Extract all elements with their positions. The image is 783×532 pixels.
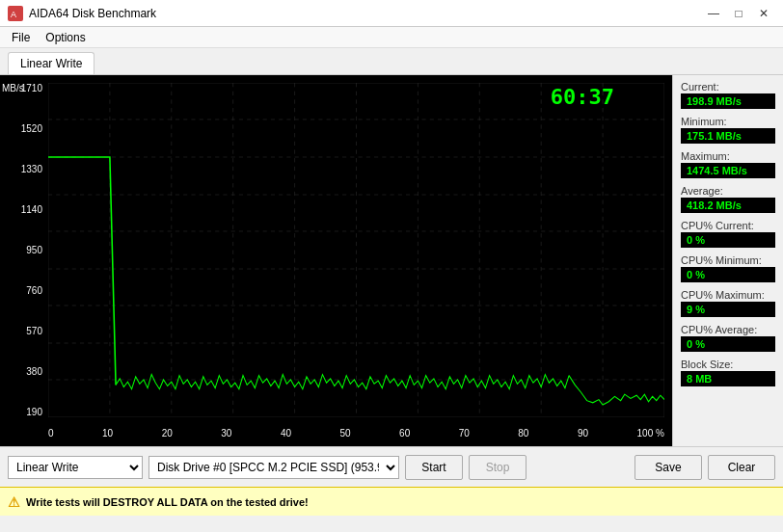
current-label: Current: [681, 81, 775, 93]
maximum-value: 1474.5 MB/s [681, 163, 775, 178]
x-label-40: 40 [281, 428, 291, 439]
y-label-760: 760 [26, 285, 42, 296]
cpu-minimum-value: 0 % [681, 267, 775, 282]
current-value: 198.9 MB/s [681, 93, 775, 109]
minimum-value: 175.1 MB/s [681, 128, 775, 144]
chart-svg [48, 83, 664, 417]
chart-grid [48, 83, 664, 417]
cpu-maximum-label: CPU% Maximum: [681, 289, 775, 301]
chart-area: MB/s 1710 1520 1330 1140 950 760 570 380… [0, 75, 672, 446]
stat-cpu-average: CPU% Average: 0 % [681, 324, 775, 352]
x-label-50: 50 [339, 428, 350, 439]
y-label-950: 950 [26, 245, 42, 255]
stat-maximum: Maximum: 1474.5 MB/s [681, 150, 775, 178]
close-button[interactable]: ✕ [752, 5, 775, 22]
stat-cpu-current: CPU% Current: 0 % [681, 220, 775, 248]
bottom-controls: Linear WriteLinear ReadRandom WriteRando… [0, 446, 783, 487]
test-select[interactable]: Linear WriteLinear ReadRandom WriteRando… [8, 456, 143, 479]
x-label-70: 70 [459, 428, 470, 439]
window-controls: — □ ✕ [702, 5, 775, 22]
menu-file[interactable]: File [4, 29, 38, 46]
stat-minimum: Minimum: 175.1 MB/s [681, 116, 775, 144]
tab-linear-write[interactable]: Linear Write [8, 52, 94, 74]
y-label-570: 570 [26, 326, 42, 336]
x-label-80: 80 [518, 428, 528, 439]
cpu-maximum-value: 9 % [681, 302, 775, 317]
main-area: MB/s 1710 1520 1330 1140 950 760 570 380… [0, 75, 783, 446]
chart-y-axis: 1710 1520 1330 1140 950 760 570 380 190 [0, 83, 46, 417]
x-label-20: 20 [162, 428, 173, 439]
warning-bar: ⚠ Write tests will DESTROY ALL DATA on t… [0, 487, 783, 516]
stat-average: Average: 418.2 MB/s [681, 185, 775, 213]
y-label-190: 190 [26, 407, 42, 417]
svg-text:A: A [11, 10, 16, 19]
maximum-label: Maximum: [681, 150, 775, 162]
menu-options[interactable]: Options [38, 29, 93, 46]
stat-cpu-maximum: CPU% Maximum: 9 % [681, 289, 775, 317]
minimize-button[interactable]: — [702, 5, 725, 22]
x-label-100: 100 % [637, 428, 664, 439]
x-label-10: 10 [102, 428, 113, 439]
window-title: AIDA64 Disk Benchmark [29, 7, 156, 20]
start-button[interactable]: Start [405, 455, 463, 480]
warning-text: Write tests will DESTROY ALL DATA on the… [26, 496, 309, 508]
warning-icon: ⚠ [8, 494, 20, 510]
menu-bar: File Options [0, 27, 783, 48]
y-label-380: 380 [26, 366, 42, 377]
stop-button[interactable]: Stop [469, 455, 526, 480]
cpu-minimum-label: CPU% Minimum: [681, 254, 775, 266]
average-value: 418.2 MB/s [681, 198, 775, 213]
restore-button[interactable]: □ [727, 5, 750, 22]
tab-bar: Linear Write [0, 48, 783, 75]
stat-block-size: Block Size: 8 MB [681, 359, 775, 386]
x-label-30: 30 [221, 428, 231, 439]
y-label-1520: 1520 [21, 123, 42, 134]
y-label-1710: 1710 [21, 83, 42, 93]
cpu-average-label: CPU% Average: [681, 324, 775, 335]
average-label: Average: [681, 185, 775, 197]
cpu-average-value: 0 % [681, 336, 775, 352]
block-size-value: 8 MB [681, 371, 775, 386]
title-bar: A AIDA64 Disk Benchmark — □ ✕ [0, 0, 783, 27]
clear-button[interactable]: Clear [708, 455, 775, 480]
x-label-90: 90 [578, 428, 588, 439]
y-label-1330: 1330 [21, 164, 42, 174]
minimum-label: Minimum: [681, 116, 775, 127]
stat-cpu-minimum: CPU% Minimum: 0 % [681, 254, 775, 282]
block-size-label: Block Size: [681, 359, 775, 370]
stat-current: Current: 198.9 MB/s [681, 81, 775, 109]
right-panel: Current: 198.9 MB/s Minimum: 175.1 MB/s … [672, 75, 783, 446]
save-button[interactable]: Save [634, 455, 702, 480]
x-label-60: 60 [399, 428, 410, 439]
chart-x-axis: 0 10 20 30 40 50 60 70 80 90 100 % [48, 419, 664, 446]
drive-select[interactable]: Disk Drive #0 [SPCC M.2 PCIE SSD] (953.9… [148, 456, 399, 479]
cpu-current-value: 0 % [681, 232, 775, 248]
y-label-1140: 1140 [21, 204, 42, 215]
cpu-current-label: CPU% Current: [681, 220, 775, 231]
x-label-0: 0 [48, 428, 54, 439]
app-icon: A [8, 6, 23, 21]
